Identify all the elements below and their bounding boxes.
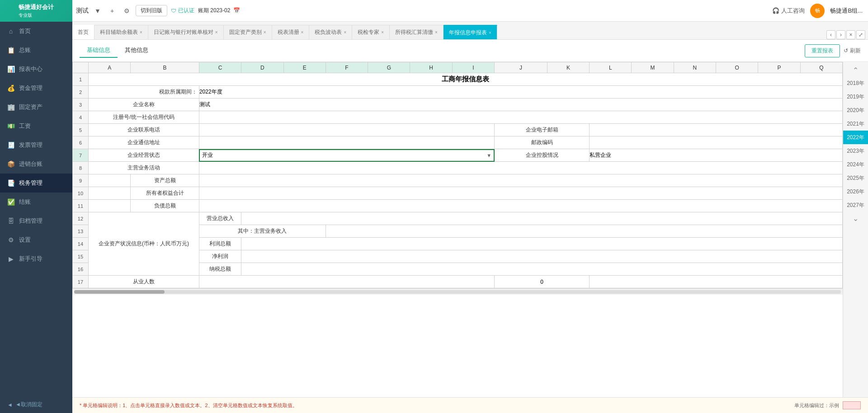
add-icon[interactable]: + [107, 5, 118, 16]
col-header-M[interactable]: M [632, 62, 674, 73]
cell-5-phone[interactable] [199, 124, 494, 136]
calendar-icon[interactable]: 📅 [233, 7, 240, 14]
col-header-I[interactable]: I [452, 62, 494, 73]
switch-old-btn[interactable]: 切到旧版 [136, 5, 167, 16]
tab-journal[interactable]: 日记账与银行对账单核对 × [148, 25, 224, 39]
sidebar-item-salary[interactable]: 💵 工资 [0, 117, 72, 136]
tab-next-btn[interactable]: › [836, 30, 845, 39]
sidebar-item-home[interactable]: ⌂ 首页 [0, 22, 72, 41]
year-item-2019[interactable]: 2019年 [843, 90, 868, 103]
cell-3-value[interactable]: 测试 [199, 99, 842, 111]
sidebar-pin-btn[interactable]: ◄ ◄取消固定 [0, 396, 72, 413]
sidebar-item-trade[interactable]: 📦 进销台账 [0, 155, 72, 174]
tab-journal-close[interactable]: × [215, 30, 218, 35]
tab-fixed-close[interactable]: × [264, 30, 266, 35]
year-item-2020[interactable]: 2020年 [843, 103, 868, 117]
cell-10-value[interactable] [199, 187, 842, 200]
cell-2-value[interactable]: 2022年度 [199, 86, 842, 99]
tab-tax1-close[interactable]: × [301, 30, 304, 35]
year-item-2026[interactable]: 2026年 [843, 185, 868, 198]
cell-17-empty[interactable] [199, 276, 494, 288]
year-item-2021[interactable]: 2021年 [843, 117, 868, 131]
year-item-2023[interactable]: 2023年 [843, 144, 868, 158]
col-header-H[interactable]: H [410, 62, 452, 73]
cell-11-value[interactable] [199, 200, 842, 212]
year-item-2024[interactable]: 2024年 [843, 158, 868, 171]
col-header-B[interactable]: B [131, 62, 199, 73]
col-header-G[interactable]: G [368, 62, 410, 73]
cell-12-value[interactable] [241, 212, 843, 225]
col-header-A[interactable]: A [88, 62, 130, 73]
cell-4-value[interactable] [199, 111, 842, 124]
year-item-2025[interactable]: 2025年 [843, 171, 868, 185]
sidebar-item-tax[interactable]: 📑 税务管理 [0, 174, 72, 192]
dropdown-icon[interactable]: ▼ [92, 5, 103, 16]
tab-tax3[interactable]: 税检专家 × [352, 25, 390, 39]
col-header-C[interactable]: C [199, 62, 241, 73]
refresh-btn[interactable]: ↺ 刷新 [844, 44, 861, 57]
sidebar-item-report[interactable]: 📊 报表中心 [0, 60, 72, 79]
cell-7-holding-value[interactable]: 私营企业 [590, 149, 843, 162]
cell-14-value[interactable] [241, 238, 843, 250]
tab-income-close[interactable]: × [435, 30, 438, 35]
sidebar-item-ledger[interactable]: 📋 总账 [0, 41, 72, 60]
col-header-N[interactable]: N [674, 62, 716, 73]
tab-income[interactable]: 所得税汇算清缴 × [390, 25, 443, 39]
cell-7-status[interactable]: 开业 ▼ [199, 149, 494, 162]
cell-8-value[interactable] [199, 162, 842, 174]
tab-close-all-btn[interactable]: × [846, 30, 855, 39]
col-header-E[interactable]: E [283, 62, 326, 73]
col-header-D[interactable]: D [241, 62, 283, 73]
service-btn[interactable]: 🎧 人工咨询 [772, 7, 805, 15]
year-up-btn[interactable]: ⌃ [843, 64, 868, 76]
tab-annual[interactable]: 年报信息申报表 × [443, 25, 497, 39]
sidebar-item-settings[interactable]: ⚙ 设置 [0, 230, 72, 249]
h-scroll-thumb[interactable] [74, 290, 165, 294]
cell-15-value[interactable] [241, 250, 843, 263]
cell-5-email-value[interactable] [590, 124, 843, 136]
reset-btn[interactable]: 重置报表 [805, 44, 840, 57]
sub-tab-basic[interactable]: 基础信息 [80, 43, 118, 58]
h-scrollbar[interactable] [72, 288, 843, 295]
cell-9-value[interactable] [199, 174, 842, 187]
sub-tab-other[interactable]: 其他信息 [118, 43, 156, 58]
h-scroll-track[interactable] [74, 290, 841, 294]
tab-tax3-close[interactable]: × [381, 30, 384, 35]
sidebar-item-invoice[interactable]: 🧾 发票管理 [0, 136, 72, 155]
cell-6-postal-value[interactable] [590, 136, 843, 149]
sidebar-item-archive[interactable]: 🗄 归档管理 [0, 211, 72, 230]
col-header-K[interactable]: K [547, 62, 589, 73]
col-header-F[interactable]: F [326, 62, 368, 73]
col-header-O[interactable]: O [716, 62, 758, 73]
tab-annual-close[interactable]: × [489, 30, 491, 35]
sidebar-item-guide[interactable]: ▶ 新手引导 [0, 249, 72, 268]
cell-13-value[interactable] [326, 225, 842, 238]
cell-6-addr[interactable] [199, 136, 494, 149]
tab-tax1[interactable]: 税表清册 × [272, 25, 310, 39]
year-down-btn[interactable]: ⌄ [843, 212, 868, 225]
tab-fixed[interactable]: 固定资产类别 × [224, 25, 272, 39]
tab-tax2-close[interactable]: × [344, 30, 346, 35]
col-header-J[interactable]: J [495, 62, 547, 73]
col-header-Q[interactable]: Q [800, 62, 842, 73]
settings-icon[interactable]: ⚙ [121, 5, 132, 16]
tab-expand-btn[interactable]: ⤢ [856, 30, 865, 39]
sidebar-item-asset[interactable]: 🏢 固定资产 [0, 98, 72, 117]
col-header-P[interactable]: P [758, 62, 800, 73]
col-header-L[interactable]: L [590, 62, 632, 73]
sidebar-item-close[interactable]: ✅ 结账 [0, 192, 72, 211]
tab-prev-btn[interactable]: ‹ [826, 30, 835, 39]
tab-home[interactable]: 首页 [72, 25, 94, 39]
sidebar-item-fund[interactable]: 💰 资金管理 [0, 79, 72, 98]
year-item-2027[interactable]: 2027年 [843, 198, 868, 212]
tab-subject[interactable]: 科目辅助余额表 × [94, 25, 148, 39]
cell-16-value[interactable] [241, 263, 843, 276]
dropdown-arrow-icon[interactable]: ▼ [486, 153, 491, 158]
cell-1-title[interactable]: 工商年报信息表 [88, 73, 842, 86]
cell-17-count[interactable]: 0 [495, 276, 590, 288]
year-item-2018[interactable]: 2018年 [843, 76, 868, 90]
spreadsheet-main[interactable]: A B C D E F G H I J K L M [72, 62, 843, 397]
tab-subject-close[interactable]: × [140, 30, 142, 35]
tab-tax2[interactable]: 税负波动表 × [309, 25, 352, 39]
year-item-2022[interactable]: 2022年 [843, 131, 868, 144]
